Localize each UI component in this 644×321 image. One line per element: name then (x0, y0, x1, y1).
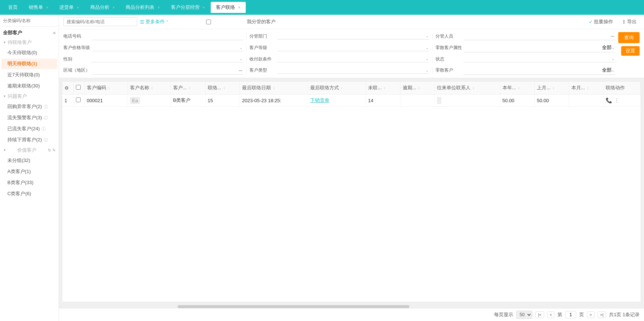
sidebar-search-area: 🔍 (0, 15, 59, 27)
th-contact-count[interactable]: 联络... ↕ (205, 82, 240, 94)
nav-product-analysis-list[interactable]: 商品分析列表 × (120, 2, 165, 13)
th-contact-person[interactable]: 往来单位联系人 ↕ (435, 82, 500, 94)
retail-attr-select[interactable]: 全部 ⌄ (464, 43, 615, 52)
export-label: 导出 (627, 18, 637, 25)
sort-icon-method: ↕ (341, 86, 343, 90)
nav-customer-layering-close[interactable]: × (203, 5, 205, 10)
nav-customer-contact-close[interactable]: × (238, 5, 240, 10)
td-last-month: 50.00 (535, 94, 569, 107)
nav-purchase[interactable]: 进货单 × (54, 2, 84, 13)
nav-sales[interactable]: 销售单 × (24, 2, 53, 13)
sidebar-item-abnormal-repurchase[interactable]: 回购异常客户(2) ⓘ (1, 101, 57, 112)
last-page-btn[interactable]: >| (598, 311, 606, 318)
th-settings[interactable]: ⚙ (62, 82, 73, 94)
th-customer-type[interactable]: 客户... ↕ (171, 82, 205, 94)
settings-icon[interactable]: ⚙ (64, 85, 69, 91)
scrollbar-thumb[interactable] (178, 305, 409, 308)
sidebar-item-a-customers[interactable]: A类客户(1) (1, 166, 57, 177)
td-current-month (569, 94, 603, 107)
person-select[interactable]: ··· (463, 32, 615, 40)
query-button[interactable]: 查询 (618, 32, 640, 43)
sidebar-value-group: 价值客户 ↻ ✎ (0, 145, 59, 155)
retail-customer-label: 零散客户 (435, 67, 461, 73)
th-last-contact-method[interactable]: 最后联络方式 ↕ (308, 82, 365, 94)
customer-type-select[interactable]: ⌄ (277, 67, 429, 74)
prev-page-btn[interactable]: < (547, 311, 554, 318)
th-last-month[interactable]: 上月... ↕ (535, 82, 569, 94)
page-size-select[interactable]: 50 (516, 311, 532, 319)
nav-product-analysis-close[interactable]: × (112, 5, 115, 10)
person-select-dots: ··· (610, 33, 615, 39)
gender-select[interactable]: ⌄ (91, 56, 243, 62)
sidebar-item-declining[interactable]: 持续下滑客户(2) ⓘ (1, 135, 57, 145)
nav-home[interactable]: 首页 (3, 2, 23, 13)
region-label: 区域（地区） (63, 67, 90, 73)
table-footer: 每页显示 50 |< < 第 页 > >| 共1页 1条记录 (59, 308, 644, 321)
sidebar-item-tomorrow-pending[interactable]: 明天待联络(1) (1, 59, 57, 69)
settings-button[interactable]: 设置 (621, 46, 640, 56)
sidebar-item-churned[interactable]: 已流失客户(24) ⓘ (1, 124, 57, 134)
th-customer-code[interactable]: 客户编码 ↕ (84, 82, 127, 94)
export-btn[interactable]: ⇧ 导出 (619, 17, 640, 27)
person-label: 分管人员 (435, 33, 461, 39)
call-action-icon[interactable]: 📞 (606, 97, 612, 103)
th-last-contact-date[interactable]: 最后联络日期 ↕ (240, 82, 308, 94)
first-page-btn[interactable]: |< (535, 311, 544, 318)
sidebar-value-refresh-icon[interactable]: ↻ ✎ (48, 148, 56, 153)
horizontal-scrollbar[interactable] (62, 305, 641, 308)
info-icon-1: ⓘ (44, 115, 48, 120)
region-select[interactable]: ··· (92, 66, 243, 75)
retail-customer-select[interactable]: 全部 ⌄ (463, 66, 615, 75)
batch-operation-label: 批量操作 (594, 18, 613, 25)
payment-field: 收付款条件 ⌄ (249, 56, 429, 62)
row-checkbox[interactable] (76, 97, 81, 102)
search-input[interactable] (63, 17, 137, 26)
batch-operation-btn[interactable]: ✓ 批量操作 (586, 17, 616, 27)
td-last-contact-date: 2023-05-23 18:25: (240, 94, 308, 107)
nav-product-analysis-list-close[interactable]: × (157, 5, 160, 10)
th-current-month[interactable]: 本月... ↕ (569, 82, 603, 94)
more-action-icon[interactable]: ⋮ (614, 97, 619, 103)
sidebar-all-customers-label: 全部客户 (3, 30, 22, 36)
my-customers-label: 我分管的客户 (247, 18, 276, 25)
sort-icon-month: ↕ (587, 86, 589, 90)
my-customers-checkbox[interactable] (172, 20, 245, 24)
customer-type-field: 客户类型 ⌄ (249, 67, 429, 74)
sidebar-item-churn-warning[interactable]: 流失预警客户(3) ⓘ (1, 113, 57, 123)
payment-select[interactable]: ⌄ (277, 56, 429, 62)
nav-customer-layering[interactable]: 客户分层经营 × (166, 2, 210, 13)
sidebar-collapse-icon[interactable]: « (53, 30, 56, 35)
next-page-btn[interactable]: > (587, 311, 594, 318)
more-conditions-btn[interactable]: ☰ 更多条件 ⌃ (140, 18, 169, 25)
th-current-year[interactable]: 本年... ↕ (500, 82, 535, 94)
price-level-select[interactable]: ⌄ (92, 45, 243, 51)
contact-person-text (437, 97, 441, 104)
sidebar-item-c-customers[interactable]: C类客户(6) (1, 189, 57, 199)
current-page-input[interactable] (565, 311, 576, 318)
sidebar-item-ungrouped[interactable]: 未分组(32) (1, 155, 57, 166)
customer-type-label: 客户类型 (249, 67, 275, 73)
th-overdue[interactable]: 逾期... ↕ (400, 82, 435, 94)
customer-level-select[interactable]: ⌄ (277, 45, 429, 51)
th-unlinked[interactable]: 未联... ↕ (365, 82, 400, 94)
nav-purchase-close[interactable]: × (77, 5, 79, 10)
nav-customer-contact[interactable]: 客户联络 × (211, 2, 245, 13)
dept-select[interactable]: ⌄ (277, 33, 429, 39)
price-level-field: 客户价格等级 ⌄ (63, 45, 243, 51)
status-select[interactable]: ⌄ (463, 56, 615, 62)
table-header-row: ⚙ 客户编码 ↕ 客户名称 ↕ (62, 82, 641, 94)
sidebar-item-overdue-pending[interactable]: 逾期未联络(30) (1, 81, 57, 91)
phone-input[interactable] (91, 32, 243, 40)
th-customer-name[interactable]: 客户名称 ↕ (127, 82, 171, 94)
sidebar-item-7days-pending[interactable]: 近7天待联络(0) (1, 70, 57, 80)
nav-product-analysis[interactable]: 商品分析 × (85, 2, 120, 13)
sidebar-all-customers[interactable]: 全部客户 « (0, 27, 59, 38)
sidebar-item-today-pending[interactable]: 今天待联络(0) (1, 48, 57, 58)
sidebar-item-b-customers[interactable]: B类客户(33) (1, 177, 57, 188)
select-all-checkbox[interactable] (76, 85, 81, 90)
my-customers-check[interactable]: 我分管的客户 (172, 18, 276, 25)
sidebar-problem-group: 问题客户 (0, 92, 59, 101)
sidebar-search-input[interactable] (3, 18, 58, 23)
contact-method-link[interactable]: 下销货单 (310, 97, 329, 103)
nav-sales-close[interactable]: × (46, 5, 48, 10)
